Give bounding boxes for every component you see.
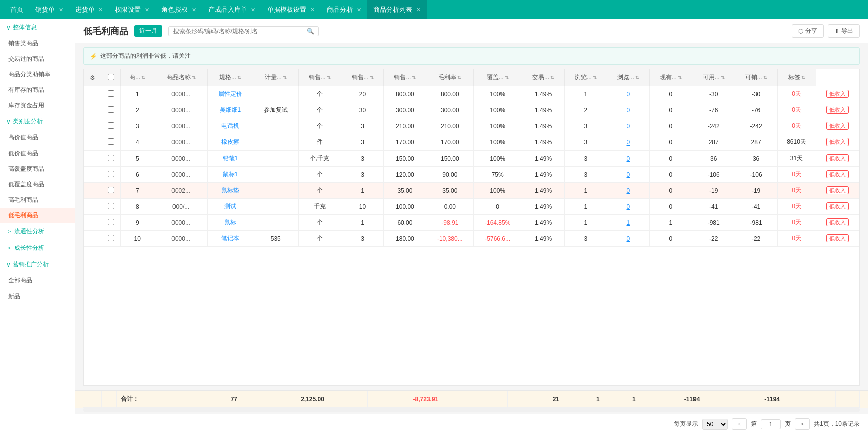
nav-sales-order[interactable]: 销货单 ✕ [29,0,69,19]
select-all-checkbox[interactable] [108,74,114,80]
prev-page-button[interactable]: ＜ [732,418,747,430]
th-browse2[interactable]: 浏览...⇅ [607,69,649,86]
cell-name[interactable]: 笔记本 [207,231,253,247]
th-spec[interactable]: 规格...⇅ [207,69,253,86]
row-checkbox-1[interactable] [108,106,114,113]
th-tag[interactable]: 标签⇅ [777,69,816,86]
cell-name[interactable]: 橡皮擦 [207,134,253,151]
page-number-input[interactable] [761,419,781,429]
cell-browse1[interactable]: 0 [607,199,649,215]
cell-name[interactable]: 铅笔1 [207,151,253,167]
close-product-analysis[interactable]: ✕ [357,7,361,13]
cell-browse1[interactable]: 0 [607,134,649,151]
cell-checkbox[interactable] [101,102,121,118]
row-checkbox-4[interactable] [108,155,114,161]
th-gross-margin[interactable]: 毛利率⇅ [426,69,474,86]
cell-browse1[interactable]: 0 [607,86,649,102]
cell-browse1[interactable]: 0 [607,151,649,167]
sidebar-item-high-margin[interactable]: 高毛利商品 [0,192,75,208]
close-sales-order[interactable]: ✕ [59,7,63,13]
cell-checkbox[interactable] [101,215,121,231]
th-checkbox[interactable] [101,69,121,86]
gear-icon[interactable]: ⚙ [90,74,95,81]
row-checkbox-8[interactable] [108,219,114,225]
th-coverage[interactable]: 覆盖...⇅ [474,69,522,86]
nav-product-storage[interactable]: 产成品入库单 ✕ [202,0,262,19]
th-current-stock[interactable]: 现有...⇅ [649,69,692,86]
th-unit[interactable]: 计量...⇅ [253,69,298,86]
next-page-button[interactable]: ＞ [795,418,810,430]
cell-name[interactable]: 鼠标1 [207,167,253,183]
cell-name[interactable]: 鼠标 [207,215,253,231]
th-sales-amount[interactable]: 销售...⇅ [341,69,384,86]
search-input[interactable] [173,28,307,35]
nav-role-auth[interactable]: 角色授权 ✕ [155,0,202,19]
horizontal-scrollbar[interactable] [83,408,860,412]
cell-checkbox[interactable] [101,118,121,134]
cell-browse1[interactable]: 0 [607,183,649,199]
nav-product-analysis-list[interactable]: 商品分析列表 ✕ [367,0,427,19]
search-icon[interactable]: 🔍 [307,28,314,35]
th-sales-profit[interactable]: 销售...⇅ [384,69,426,86]
row-checkbox-6[interactable] [108,187,114,193]
sidebar-group-title-overview[interactable]: ∨ 整体信息 [0,19,75,36]
sidebar-item-traded-products[interactable]: 交易过的商品 [0,51,75,67]
sidebar-item-category-rate[interactable]: 商品分类助销率 [0,67,75,82]
cell-checkbox[interactable] [101,183,121,199]
cell-name[interactable]: 属性定价 [207,86,253,102]
nav-home[interactable]: 首页 [4,0,29,19]
cell-browse1[interactable]: 0 [607,167,649,183]
cell-browse1[interactable]: 1 [607,215,649,231]
sidebar-item-high-coverage[interactable]: 高覆盖度商品 [0,161,75,177]
sidebar-item-all-products[interactable]: 全部商品 [0,273,75,288]
close-permissions[interactable]: ✕ [145,7,149,13]
sidebar-item-new-products[interactable]: 新品 [0,288,75,304]
cell-name[interactable]: 吴细细1 [207,102,253,118]
row-checkbox-2[interactable] [108,122,114,129]
page-size-select[interactable]: 50 100 200 [702,419,728,430]
cell-checkbox[interactable] [101,167,121,183]
close-template-settings[interactable]: ✕ [310,7,315,13]
sidebar-item-low-coverage[interactable]: 低覆盖度商品 [0,177,75,192]
row-checkbox-0[interactable] [108,90,114,97]
th-settings[interactable]: ⚙ [84,69,101,86]
sidebar-item-sales-products[interactable]: 销售类商品 [0,36,75,51]
cell-browse1[interactable]: 0 [607,231,649,247]
sidebar-item-stocked-products[interactable]: 有库存的商品 [0,82,75,98]
cell-browse1[interactable]: 0 [607,102,649,118]
cell-name[interactable]: 电话机 [207,118,253,134]
cell-browse1[interactable]: 0 [607,118,649,134]
sidebar-group-title-growth[interactable]: ＞ 成长性分析 [0,240,75,256]
row-checkbox-7[interactable] [108,203,114,209]
th-code[interactable]: 商...⇅ [121,69,154,86]
cell-checkbox[interactable] [101,231,121,247]
sidebar-item-high-value[interactable]: 高价值商品 [0,130,75,146]
row-checkbox-9[interactable] [108,235,114,241]
sidebar-item-low-margin[interactable]: 低毛利商品 [0,208,75,223]
export-button[interactable]: ⬆ 导出 [828,24,860,38]
nav-product-analysis[interactable]: 商品分析 ✕ [321,0,368,19]
th-sellable[interactable]: 可销...⇅ [735,69,777,86]
th-transaction[interactable]: 交易...⇅ [522,69,565,86]
sidebar-group-title-marketing[interactable]: ∨ 营销推广分析 [0,256,75,273]
close-product-storage[interactable]: ✕ [251,7,255,13]
close-purchase-order[interactable]: ✕ [98,7,103,13]
sidebar-group-title-dimension[interactable]: ∨ 类别度分析 [0,113,75,130]
cell-name[interactable]: 测试 [207,199,253,215]
sidebar-item-stock-capital[interactable]: 库存资金占用 [0,98,75,113]
share-button[interactable]: ⬡ 分享 [792,24,824,38]
th-available[interactable]: 可用...⇅ [692,69,735,86]
nav-permissions[interactable]: 权限设置 ✕ [109,0,155,19]
th-browse1[interactable]: 浏览...⇅ [565,69,607,86]
cell-checkbox[interactable] [101,86,121,102]
cell-checkbox[interactable] [101,134,121,151]
cell-checkbox[interactable] [101,199,121,215]
cell-name[interactable]: 鼠标垫 [207,183,253,199]
sidebar-item-low-value[interactable]: 低价值商品 [0,146,75,161]
close-product-analysis-list[interactable]: ✕ [416,7,421,13]
row-checkbox-5[interactable] [108,171,114,177]
cell-checkbox[interactable] [101,151,121,167]
close-role-auth[interactable]: ✕ [192,7,196,13]
th-name[interactable]: 商品名称⇅ [154,69,208,86]
date-filter-button[interactable]: 近一月 [134,25,162,37]
